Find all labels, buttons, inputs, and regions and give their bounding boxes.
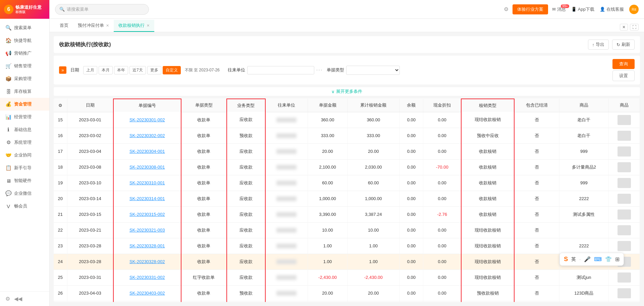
cell-date: 2023-03-28	[67, 238, 113, 254]
filter-this-month[interactable]: 本月	[99, 66, 113, 74]
sidebar-item-sales[interactable]: 🛒销售管理	[0, 60, 49, 72]
table-wrapper[interactable]: ⚙ 日期 单据编号 单据类型 业务类型 往来单位 单据金额 累计核销金额 余额 …	[54, 99, 640, 302]
cell-order-no[interactable]: SK-20230408-001	[113, 301, 181, 302]
tab-home-label: 首页	[60, 22, 68, 28]
tab-collection-close[interactable]: ✕	[147, 23, 150, 28]
cell-cum-amount: 333.00	[347, 128, 399, 143]
cell-discount: 0.00	[423, 285, 462, 301]
cell-product1: 2222	[559, 191, 608, 206]
sidebar-item-operations[interactable]: 📊经营管理	[0, 111, 49, 123]
partner-input[interactable]	[247, 66, 314, 74]
cell-order-no[interactable]: SK-20230304-001	[113, 143, 181, 159]
cell-discount: 0.00	[423, 301, 462, 302]
sidebar-item-enterprise[interactable]: 🤝企业协同	[0, 149, 49, 162]
cell-order-no[interactable]: SK-20230301-002	[113, 112, 181, 128]
cell-partner	[265, 301, 308, 302]
cell-order-no[interactable]: SK-20230310-001	[113, 175, 181, 191]
app-download-button[interactable]: 📱 App下载	[571, 6, 594, 12]
cell-discount: -70.00	[423, 159, 462, 175]
cell-discount: -2.76	[423, 206, 462, 222]
cell-balance: 0.00	[399, 285, 423, 301]
cell-balance: 0.00	[399, 254, 423, 269]
cell-product1: 123D商品	[559, 285, 608, 301]
collapse-icon[interactable]: ◀◀	[14, 296, 22, 302]
hardware-icon: 🖥	[5, 178, 11, 184]
cell-biz-type: 应收款	[227, 269, 265, 285]
settings-bottom-icon[interactable]: ⚙	[5, 296, 10, 302]
search-input[interactable]: 🔍 请搜索菜单	[55, 4, 149, 15]
ime-grid-icon[interactable]: ⊞	[615, 256, 620, 262]
filter-custom[interactable]: 自定义	[163, 66, 181, 74]
messages-button[interactable]: ✉ 消息 99+	[552, 6, 566, 12]
cell-order-no[interactable]: SK-20230302-002	[113, 128, 181, 143]
cell-no: 25	[54, 269, 67, 285]
cell-write-off-type: 收款核销	[461, 175, 514, 191]
cell-product2	[608, 112, 640, 128]
cell-order-no[interactable]: SK-20230308-001	[113, 159, 181, 175]
cell-voucher-type: 收款单	[181, 128, 227, 143]
cell-product2	[608, 269, 640, 285]
tab-close-btn[interactable]: ✕	[620, 24, 628, 30]
search-placeholder: 请搜索菜单	[67, 6, 89, 12]
sidebar-item-wechat[interactable]: 💬企业微信	[0, 187, 49, 200]
cell-order-no[interactable]: SK-20230314-001	[113, 191, 181, 206]
gear-icon[interactable]: ⚙	[504, 6, 508, 12]
ime-shirt-icon[interactable]: 👕	[605, 256, 612, 262]
sidebar-item-basic[interactable]: ℹ基础信息	[0, 123, 49, 136]
filter-more[interactable]: 更多	[147, 66, 161, 74]
col-voucher-type: 单据类型	[181, 99, 227, 112]
sidebar-item-finance[interactable]: 💰资金管理	[0, 98, 49, 111]
ime-keyboard-icon[interactable]: ⌨	[594, 256, 602, 262]
sidebar-item-guide[interactable]: 📋新手引导	[0, 162, 49, 174]
tab-collection[interactable]: 收款核销执行 ✕	[114, 20, 154, 32]
online-service-button[interactable]: 👤 在线客服	[600, 6, 624, 12]
ime-mic-icon[interactable]: 🎤	[584, 256, 591, 262]
filter-7days[interactable]: 近7天	[129, 66, 146, 74]
cell-included: 否	[514, 269, 559, 285]
tab-payable[interactable]: 预付冲应付单 ✕	[73, 20, 114, 32]
settings-button[interactable]: 设置	[612, 70, 635, 81]
cell-order-no[interactable]: SK-20230331-002	[113, 269, 181, 285]
export-button[interactable]: ↑ 导出	[588, 40, 609, 50]
cell-biz-type: 应收款	[227, 191, 265, 206]
refresh-button[interactable]: ↻ 刷新	[612, 40, 635, 50]
cell-cum-amount: 360.00	[347, 112, 399, 128]
col-settings[interactable]: ⚙	[54, 99, 67, 112]
tab-maximize-btn[interactable]: ⛶	[630, 24, 639, 30]
cell-order-no[interactable]: SK-20230403-002	[113, 285, 181, 301]
industry-button[interactable]: 体验行业方案	[513, 4, 548, 14]
avatar[interactable]: Rit	[629, 5, 639, 14]
sidebar-item-hardware[interactable]: 🖥智能硬件	[0, 174, 49, 187]
cell-biz-type: 应收款	[227, 159, 265, 175]
sidebar-item-system[interactable]: ⚙系统管理	[0, 136, 49, 149]
sidebar-item-inventory[interactable]: 🗄库存核算	[0, 85, 49, 98]
cell-no: 22	[54, 222, 67, 238]
quicknav-icon: 🏠	[5, 38, 11, 44]
expand-conditions-btn[interactable]: ∨ 展开更多条件	[331, 88, 362, 95]
messages-badge: 99+	[561, 4, 569, 8]
cell-discount: 0.00	[423, 112, 462, 128]
cell-order-no[interactable]: SK-20230328-001	[113, 238, 181, 254]
filter-this-year[interactable]: 本年	[114, 66, 128, 74]
sidebar-item-search[interactable]: 🔍搜索菜单	[0, 21, 49, 34]
sidebar-label-sales: 销售管理	[14, 63, 32, 69]
cell-order-no[interactable]: SK-20230315-002	[113, 206, 181, 222]
tab-home[interactable]: 首页	[55, 20, 73, 32]
sidebar-item-marketing[interactable]: 📢营销推广	[0, 47, 49, 60]
sidebar-item-purchase[interactable]: 📦采购管理	[0, 72, 49, 85]
sidebar: 6 畅康道好生意 标推版 🔍搜索菜单🏠快捷导航📢营销推广🛒销售管理📦采购管理🗄库…	[0, 0, 50, 306]
tab-payable-close[interactable]: ✕	[106, 23, 109, 28]
cell-partner	[265, 128, 308, 143]
cell-order-no[interactable]: SK-20230328-002	[113, 254, 181, 269]
cell-balance: 0.00	[399, 143, 423, 159]
query-button[interactable]: 查询	[612, 59, 635, 69]
sidebar-item-member[interactable]: V畅会员	[0, 200, 49, 212]
filter-last-month[interactable]: 上月	[83, 66, 97, 74]
voucher-type-select[interactable]	[346, 66, 400, 75]
sidebar-item-quicknav[interactable]: 🏠快捷导航	[0, 34, 49, 47]
cell-order-no[interactable]: SK-20230321-003	[113, 222, 181, 238]
filter-toggle-btn[interactable]: »	[59, 66, 66, 74]
cell-biz-type: 应收款	[227, 222, 265, 238]
table-row: 23 2023-03-28 SK-20230328-001 收款单 应收款 1.…	[54, 238, 640, 254]
filter-dots: ···	[316, 67, 323, 73]
